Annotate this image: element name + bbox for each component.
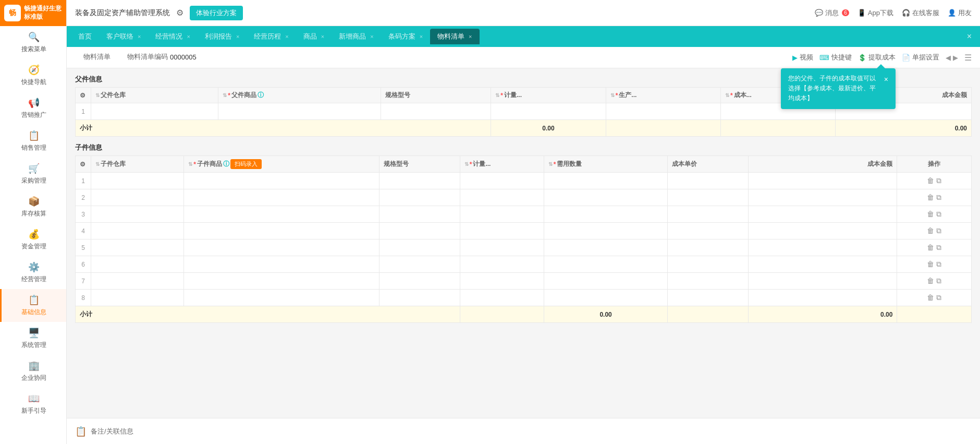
parent-spec-1[interactable] bbox=[381, 103, 491, 120]
close-all-tabs[interactable]: × bbox=[963, 32, 976, 41]
copy-icon-4[interactable]: ⧉ bbox=[936, 226, 941, 235]
child-warehouse-5[interactable] bbox=[91, 239, 184, 256]
close-goods-tab[interactable]: × bbox=[321, 33, 324, 40]
child-warehouse-4[interactable] bbox=[91, 223, 184, 239]
child-spec-6[interactable] bbox=[379, 256, 460, 273]
child-unit-1[interactable] bbox=[460, 173, 544, 189]
sidebar-item-inventory[interactable]: 📦 库存核算 bbox=[0, 190, 66, 223]
parent-production-1[interactable] bbox=[606, 103, 720, 120]
sidebar-item-purchase[interactable]: 🛒 采购管理 bbox=[0, 158, 66, 190]
sidebar-item-sales[interactable]: 📋 销售管理 bbox=[0, 125, 66, 158]
copy-icon-2[interactable]: ⧉ bbox=[936, 193, 941, 202]
child-unit-2[interactable] bbox=[460, 189, 544, 206]
delete-icon-7[interactable]: 🗑 bbox=[927, 277, 934, 285]
message-btn[interactable]: 💬 消息 6 bbox=[815, 8, 849, 18]
delete-icon-3[interactable]: 🗑 bbox=[927, 210, 934, 219]
child-spec-7[interactable] bbox=[379, 273, 460, 290]
child-unit-price-2[interactable] bbox=[668, 189, 749, 206]
sidebar-item-marketing[interactable]: 📢 营销推广 bbox=[0, 92, 66, 125]
child-quantity-3[interactable] bbox=[544, 206, 668, 223]
child-goods-6[interactable] bbox=[184, 256, 379, 273]
copy-icon-3[interactable]: ⧉ bbox=[936, 210, 941, 219]
child-quantity-1[interactable] bbox=[544, 173, 668, 189]
child-spec-5[interactable] bbox=[379, 239, 460, 256]
tab-history[interactable]: 经营历程 × bbox=[247, 29, 296, 44]
copy-icon-5[interactable]: ⧉ bbox=[936, 243, 941, 252]
child-spec-1[interactable] bbox=[379, 173, 460, 189]
copy-icon-8[interactable]: ⧉ bbox=[936, 293, 941, 302]
sidebar-item-quick-nav[interactable]: 🧭 快捷导航 bbox=[0, 59, 66, 92]
parent-goods-1[interactable] bbox=[218, 103, 381, 120]
tab-profit[interactable]: 利润报告 × bbox=[198, 29, 247, 44]
delete-icon-8[interactable]: 🗑 bbox=[927, 293, 934, 302]
parent-unit-1[interactable] bbox=[491, 103, 606, 120]
child-unit-price-6[interactable] bbox=[668, 256, 749, 273]
sidebar-item-enterprise[interactable]: 🏢 企业协同 bbox=[0, 355, 66, 388]
child-spec-8[interactable] bbox=[379, 290, 460, 306]
child-spec-4[interactable] bbox=[379, 223, 460, 239]
child-unit-price-1[interactable] bbox=[668, 173, 749, 189]
child-warehouse-1[interactable] bbox=[91, 173, 184, 189]
sidebar-item-system[interactable]: 🖥️ 系统管理 bbox=[0, 322, 66, 355]
child-unit-price-3[interactable] bbox=[668, 206, 749, 223]
child-quantity-2[interactable] bbox=[544, 189, 668, 206]
child-unit-price-4[interactable] bbox=[668, 223, 749, 239]
child-warehouse-2[interactable] bbox=[91, 189, 184, 206]
prev-arrow[interactable]: ◀ bbox=[946, 54, 951, 62]
trial-btn[interactable]: 体验行业方案 bbox=[190, 6, 243, 20]
child-spec-3[interactable] bbox=[379, 206, 460, 223]
child-goods-3[interactable] bbox=[184, 206, 379, 223]
child-unit-4[interactable] bbox=[460, 223, 544, 239]
tab-home[interactable]: 首页 bbox=[71, 29, 99, 44]
child-unit-price-8[interactable] bbox=[668, 290, 749, 306]
tab-barcode[interactable]: 条码方案 × bbox=[381, 29, 430, 44]
copy-icon-6[interactable]: ⧉ bbox=[936, 260, 941, 269]
sidebar-item-guide[interactable]: 📖 新手引导 bbox=[0, 388, 66, 421]
close-bom-tab[interactable]: × bbox=[469, 33, 472, 40]
close-customers-tab[interactable]: × bbox=[138, 33, 141, 40]
child-goods-1[interactable] bbox=[184, 173, 379, 189]
child-unit-3[interactable] bbox=[460, 206, 544, 223]
child-quantity-6[interactable] bbox=[544, 256, 668, 273]
settings-icon[interactable]: ⚙ bbox=[176, 8, 183, 18]
sub-tab-bom-list[interactable]: 物料清单 bbox=[75, 48, 119, 67]
close-history-tab[interactable]: × bbox=[285, 33, 288, 40]
tab-goods[interactable]: 商品 × bbox=[296, 29, 332, 44]
close-new-goods-tab[interactable]: × bbox=[370, 33, 373, 40]
child-warehouse-3[interactable] bbox=[91, 206, 184, 223]
child-quantity-5[interactable] bbox=[544, 239, 668, 256]
user-menu[interactable]: 👤 用友 bbox=[948, 8, 972, 18]
th-child-settings[interactable]: ⚙ bbox=[76, 156, 91, 173]
tab-operations[interactable]: 经营情况 × bbox=[148, 29, 197, 44]
sidebar-item-operations[interactable]: ⚙️ 经营管理 bbox=[0, 256, 66, 289]
tab-bom[interactable]: 物料清单 × bbox=[430, 29, 479, 44]
child-quantity-4[interactable] bbox=[544, 223, 668, 239]
shortcut-btn[interactable]: ⌨ 快捷键 bbox=[819, 53, 852, 62]
child-unit-price-5[interactable] bbox=[668, 239, 749, 256]
child-goods-2[interactable] bbox=[184, 189, 379, 206]
child-unit-5[interactable] bbox=[460, 239, 544, 256]
sidebar-item-basics[interactable]: 📋 基础信息 bbox=[0, 289, 66, 322]
child-unit-price-7[interactable] bbox=[668, 273, 749, 290]
child-spec-2[interactable] bbox=[379, 189, 460, 206]
expand-icon[interactable]: ☰ bbox=[964, 53, 972, 63]
app-download-btn[interactable]: 📱 App下载 bbox=[858, 8, 893, 18]
parent-warehouse-1[interactable] bbox=[91, 103, 218, 120]
copy-icon-1[interactable]: ⧉ bbox=[936, 176, 941, 185]
scan-input-btn[interactable]: 扫码录入 bbox=[230, 159, 262, 169]
child-unit-8[interactable] bbox=[460, 290, 544, 306]
child-warehouse-8[interactable] bbox=[91, 290, 184, 306]
sidebar-item-finance[interactable]: 💰 资金管理 bbox=[0, 223, 66, 256]
sidebar-item-search[interactable]: 🔍 搜索菜单 bbox=[0, 26, 66, 59]
tab-customers[interactable]: 客户联络 × bbox=[99, 29, 148, 44]
th-parent-settings[interactable]: ⚙ bbox=[76, 88, 91, 103]
child-goods-5[interactable] bbox=[184, 239, 379, 256]
close-barcode-tab[interactable]: × bbox=[420, 33, 423, 40]
cost-btn[interactable]: 💲 提取成本 bbox=[858, 53, 896, 62]
close-operations-tab[interactable]: × bbox=[187, 33, 190, 40]
child-unit-7[interactable] bbox=[460, 273, 544, 290]
delete-icon-4[interactable]: 🗑 bbox=[927, 226, 934, 235]
video-btn[interactable]: ▶ 视频 bbox=[792, 53, 813, 62]
single-settings-btn[interactable]: 📄 单据设置 bbox=[902, 53, 939, 62]
next-arrow[interactable]: ▶ bbox=[953, 54, 958, 62]
